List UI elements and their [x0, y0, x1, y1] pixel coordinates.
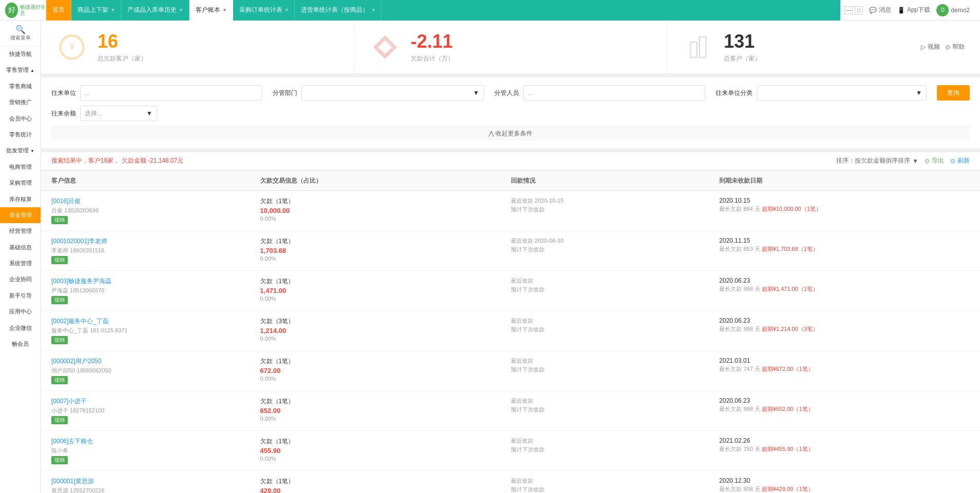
sidebar-item-marketing[interactable]: 营销推广: [0, 94, 41, 110]
tab-close-icon[interactable]: ×: [372, 7, 375, 13]
filter-input-person[interactable]: ...: [523, 85, 705, 101]
sidebar-item-vip[interactable]: 畅会员: [0, 336, 41, 352]
recovery-next: 预计下次收款: [511, 486, 720, 493]
sort-select[interactable]: 排序：按欠款金额倒序排序 ▼: [836, 156, 918, 165]
customer-info: [000002]用户2050 用户2050 18665062050 现销: [51, 357, 260, 384]
tab-purchase-stats[interactable]: 采购订单统计表 ×: [233, 0, 295, 21]
tab-close-icon[interactable]: ×: [285, 7, 289, 13]
sidebar-item-system[interactable]: 系统管理: [0, 255, 41, 271]
video-icon: ▷: [921, 44, 926, 51]
sidebar-item-newbie-guide[interactable]: 新手引导: [0, 288, 41, 304]
tab-product-history[interactable]: 产成品入库单历史 ×: [121, 0, 189, 21]
app-name: 畅捷通好生意: [20, 4, 46, 16]
sidebar-item-app-center[interactable]: 应用中心: [0, 304, 41, 320]
chevron-down-icon: ▼: [30, 149, 34, 153]
sidebar-item-enterprise-collab[interactable]: 企业协同: [0, 271, 41, 287]
filter-group-dept: 分管部门 ▼: [273, 85, 484, 101]
tab-product-listing[interactable]: 商品上下架 ×: [71, 0, 121, 21]
filter-select-category[interactable]: ▼: [757, 85, 927, 101]
overdue-link[interactable]: 超期¥429.00（1笔）: [762, 486, 814, 492]
search-button[interactable]: 查询: [937, 85, 970, 101]
stat-info-amount: -2.11 欠款合计（万）: [411, 31, 454, 63]
sidebar-item-purchase[interactable]: 采购管理: [0, 175, 41, 191]
debt-info: 欠款（1笔） 1,703.68 0.00%: [260, 237, 511, 262]
table-row: [0002]服务中心_丁磊 服务中心_丁磊 181 0125 8371 现销 欠…: [41, 311, 980, 351]
tab-close-icon[interactable]: ×: [111, 7, 114, 13]
tab-stock-stats[interactable]: 进货单统计表（按商品） ×: [295, 0, 381, 21]
sidebar-item-ecommerce[interactable]: 电商管理: [0, 159, 41, 175]
recovery-latest: 最近收款: [511, 477, 720, 485]
refresh-icon: ⊙: [950, 157, 955, 165]
sidebar-search-label[interactable]: 搜索菜单: [0, 34, 41, 42]
date-main: 2020.10.15: [719, 197, 970, 204]
sidebar-item-operations[interactable]: 经营管理: [0, 223, 41, 239]
maximize-button[interactable]: □: [855, 6, 863, 14]
message-button[interactable]: 💬 消息: [869, 6, 891, 14]
app-download-button[interactable]: 📱 App下载: [897, 6, 930, 14]
filter-select-balance[interactable]: 选择... ▼: [80, 106, 157, 121]
date-info: 2020.11.15 最长欠款 853 天 超期¥1,703.68（1笔）: [719, 237, 970, 253]
customer-info: [000001]黄思源 黄思源 13552700226 现销: [51, 477, 260, 493]
sidebar-item-basic-info[interactable]: 基础信息: [0, 240, 41, 255]
customer-name-link[interactable]: [0001020001]李老师: [51, 238, 107, 245]
customer-name-link[interactable]: [0002]服务中心_丁磊: [51, 318, 109, 325]
sidebar-item-retail-stats[interactable]: 零售统计: [0, 127, 41, 143]
overdue-link[interactable]: 超期¥672.00（1笔）: [762, 366, 814, 372]
filter-select-dept[interactable]: ▼: [301, 85, 484, 101]
overdue-link[interactable]: 超期¥1,471.00（1笔）: [762, 286, 818, 292]
result-summary: 搜索结果中，客户16家， 欠款金额 -21,148.07元: [51, 156, 183, 165]
overdue-link[interactable]: 超期¥652.00（1笔）: [762, 406, 814, 412]
sidebar-search[interactable]: 🔍 搜索菜单: [0, 21, 41, 46]
customer-name-link[interactable]: [0006]去下粮仓: [51, 438, 93, 445]
overdue-link[interactable]: 超期¥1,214.00（3笔）: [762, 326, 818, 332]
debt-percent: 0.00%: [260, 295, 511, 302]
user-profile[interactable]: D demo2: [936, 4, 970, 16]
recovery-latest: 最近收款: [511, 437, 720, 445]
export-button[interactable]: ⊙ 导出: [925, 156, 944, 165]
customer-name-link[interactable]: [0007]小进干: [51, 398, 87, 405]
customer-tag: 现销: [51, 256, 68, 264]
sidebar-item-finance[interactable]: 资金管理: [0, 207, 41, 223]
recovery-info: 最近收款 预计下次收款: [511, 317, 720, 333]
stat-card-actions: ▷ 视频 ⊙ 帮助: [921, 43, 965, 51]
collapse-button[interactable]: ⋀ 收起更多条件: [489, 130, 532, 137]
debt-amount: 1,214.00: [260, 327, 511, 334]
recovery-latest: 最近收款: [511, 397, 720, 405]
minimize-button[interactable]: —: [844, 6, 853, 14]
customer-name-link[interactable]: [000001]黄思源: [51, 478, 94, 485]
refresh-button[interactable]: ⊙ 刷新: [950, 156, 970, 165]
sidebar-item-wechat[interactable]: 企业微信: [0, 320, 41, 336]
date-main: 2021.03.01: [719, 357, 970, 364]
overdue-link[interactable]: 超期¥1,703.68（1笔）: [762, 246, 818, 252]
customer-name-link[interactable]: [000002]用户2050: [51, 358, 101, 365]
sidebar-item-quick-nav[interactable]: 快捷导航: [0, 46, 41, 62]
recovery-info: 最近收款 预计下次收款: [511, 397, 720, 413]
debt-count: 欠款（1笔）: [260, 357, 511, 366]
sidebar-item-retail-mgmt[interactable]: 零售管理 ▲: [0, 62, 41, 78]
debt-amount: 429.00: [260, 487, 511, 493]
debt-count: 欠款（1笔）: [260, 477, 511, 486]
sidebar-item-member-center[interactable]: 会员中心: [0, 111, 41, 127]
avatar: D: [936, 4, 949, 16]
filter-row-1: 往来单位 ... 分管部门 ▼ 分管人员 ...: [51, 85, 970, 101]
customer-contact: 小进干 18279152100: [51, 407, 260, 415]
sidebar-item-inventory[interactable]: 库存核算: [0, 191, 41, 207]
video-button[interactable]: ▷ 视频: [921, 43, 940, 51]
sidebar-item-retail-mall[interactable]: 零售商城: [0, 78, 41, 94]
header-date: 到期未收款日期: [719, 176, 970, 185]
overdue-link[interactable]: 超期¥455.90（1笔）: [762, 446, 814, 452]
debt-info: 欠款（1笔） 672.00 0.00%: [260, 357, 511, 382]
sidebar-item-wholesale-mgmt[interactable]: 批发管理 ▼: [0, 143, 41, 159]
debt-percent: 0.00%: [260, 215, 511, 222]
debt-percent: 0.00%: [260, 376, 511, 382]
tab-customer-account[interactable]: 客户账本 ×: [189, 0, 233, 21]
tab-close-icon[interactable]: ×: [223, 7, 226, 13]
filter-input-supplier[interactable]: ...: [80, 85, 262, 101]
tab-home[interactable]: 首页: [46, 0, 71, 21]
customer-name-link[interactable]: [0003]畅捷服务尹海蕊: [51, 278, 111, 285]
tab-close-icon[interactable]: ×: [180, 7, 183, 13]
overdue-link[interactable]: 超期¥10,000.00（1笔）: [762, 206, 821, 212]
customer-name-link[interactable]: [0016]吕俊: [51, 198, 81, 205]
help-button[interactable]: ⊙ 帮助: [945, 43, 965, 51]
debt-percent: 0.00%: [260, 255, 511, 262]
